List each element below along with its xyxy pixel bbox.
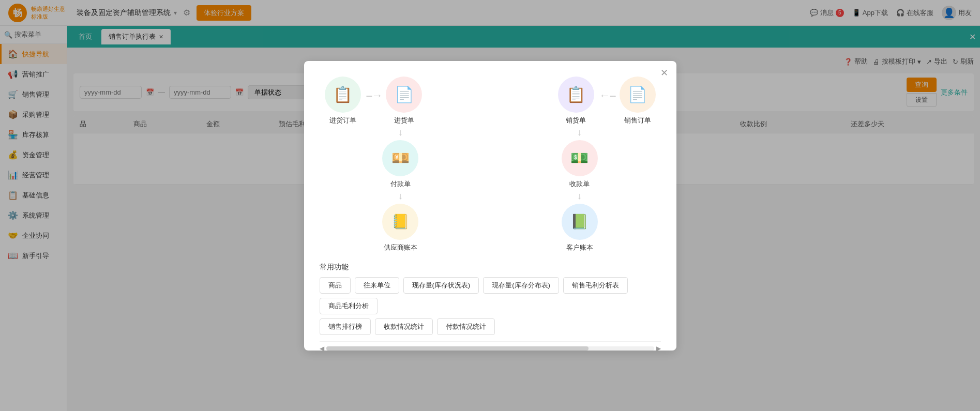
- purchase-order-label: 进货订单: [329, 116, 356, 125]
- func-btn-sales-margin[interactable]: 销售毛利分析表: [563, 277, 628, 294]
- common-functions: 常用功能 商品 往来单位 现存量(库存状况表) 现存量(库存分布表) 销售毛利分…: [320, 263, 661, 335]
- sales-order-label: 销售订单: [624, 116, 651, 125]
- flow-purchase-bill[interactable]: 📄 进货单: [386, 77, 422, 125]
- popup-close-button[interactable]: ✕: [660, 67, 668, 79]
- purchase-bill-icon: 📄: [386, 77, 422, 113]
- payment-icon: 💴: [382, 140, 418, 176]
- popup-scrollbar: ◀ ▶: [320, 341, 661, 351]
- scrollbar-left-arrow[interactable]: ◀: [320, 345, 324, 351]
- supplier-book-icon: 📒: [382, 204, 418, 240]
- flow-supplier-book[interactable]: 📒 供应商账本: [382, 204, 418, 252]
- flow-customer-book[interactable]: 📗 客户账本: [562, 204, 598, 252]
- scrollbar-thumb: [326, 346, 589, 351]
- arrow-left-1: ← - -: [599, 89, 614, 102]
- flow-purchase-order[interactable]: 📋 进货订单: [325, 77, 361, 125]
- customer-book-label: 客户账本: [566, 243, 593, 252]
- flow-sales-bill[interactable]: 📋 销货单: [558, 77, 594, 125]
- func-btn-sales-rank[interactable]: 销售排行榜: [320, 318, 371, 335]
- func-btn-partner[interactable]: 往来单位: [355, 277, 399, 294]
- function-buttons-row: 商品 往来单位 现存量(库存状况表) 现存量(库存分布表) 销售毛利分析表 商品…: [320, 277, 661, 314]
- func-btn-payment-stat[interactable]: 付款情况统计: [437, 318, 495, 335]
- sales-bill-label: 销货单: [566, 116, 586, 125]
- sales-bill-icon: 📋: [558, 77, 594, 113]
- purchase-bill-label: 进货单: [394, 116, 414, 125]
- arrow-right-1: - - →: [366, 89, 381, 102]
- arrow-down-1: ↓: [398, 127, 403, 138]
- overlay[interactable]: ✕ 📋 进货订单 - - → 📄 进货单: [0, 0, 980, 411]
- scrollbar-track: [326, 346, 654, 351]
- func-btn-goods-margin[interactable]: 商品毛利分析: [320, 298, 378, 314]
- receipt-label: 收款单: [569, 179, 590, 189]
- purchase-order-icon: 📋: [325, 77, 361, 113]
- sales-order-icon: 📄: [620, 77, 656, 113]
- flow-receipt[interactable]: 💵 收款单: [562, 140, 598, 189]
- flow-payment[interactable]: 💴 付款单: [382, 140, 418, 189]
- receipt-icon: 💵: [562, 140, 598, 176]
- func-btn-stock-status[interactable]: 现存量(库存状况表): [403, 277, 479, 294]
- func-btn-receipt-stat[interactable]: 收款情况统计: [375, 318, 433, 335]
- common-functions-title: 常用功能: [320, 263, 661, 272]
- function-buttons-row2: 销售排行榜 收款情况统计 付款情况统计: [320, 318, 661, 335]
- arrow-down-4: ↓: [577, 191, 582, 202]
- flow-sales-order[interactable]: 📄 销售订单: [620, 77, 656, 125]
- supplier-book-label: 供应商账本: [384, 243, 417, 252]
- popup: ✕ 📋 进货订单 - - → 📄 进货单: [304, 61, 676, 351]
- arrow-down-2: ↓: [398, 191, 403, 202]
- arrow-down-3: ↓: [577, 127, 582, 138]
- customer-book-icon: 📗: [562, 204, 598, 240]
- func-btn-goods[interactable]: 商品: [320, 277, 351, 294]
- payment-label: 付款单: [390, 179, 411, 189]
- scrollbar-right-arrow[interactable]: ▶: [656, 345, 661, 351]
- func-btn-stock-dist[interactable]: 现存量(库存分布表): [483, 277, 559, 294]
